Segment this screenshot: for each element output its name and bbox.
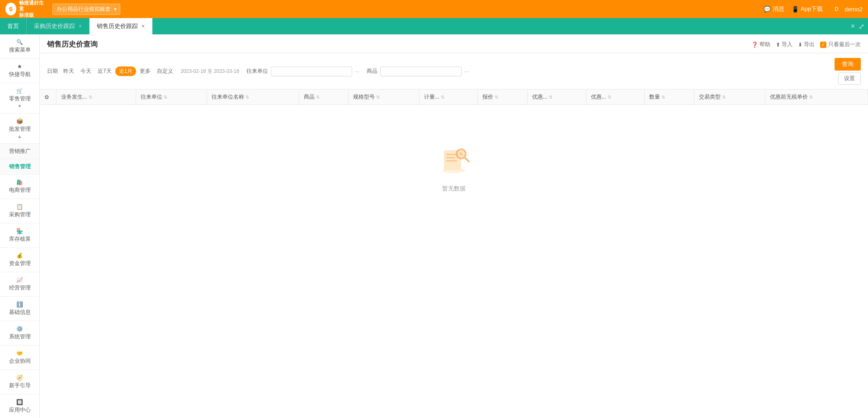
sort-price: ⇅ (495, 95, 498, 100)
sidebar-item-marketing[interactable]: 营销推广 (0, 144, 39, 159)
export-btn[interactable]: ⬇ 导出 (798, 41, 815, 48)
sidebar-item-shortcut[interactable]: ★ 快捷导航 (0, 59, 39, 83)
date-yesterday[interactable]: 昨天 (61, 66, 77, 76)
sort-trade-type: ⇅ (722, 95, 726, 100)
guide-icon: 🧭 (16, 375, 23, 381)
date-custom[interactable]: 自定义 (154, 66, 176, 76)
tab-sales-close[interactable]: × (142, 23, 145, 29)
date-filter-group: 日期 昨天 今天 近7天 近1月 更多 自定义 2023-02-18 至 202… (47, 66, 239, 76)
system-icon: ⚙️ (16, 326, 23, 332)
tab-home-label: 首页 (7, 22, 19, 30)
sidebar-item-ecom[interactable]: 🛍️ 电商管理 (0, 175, 39, 199)
page-content: 销售历史价查询 ❓ 帮助 ⬆ 导入 ⬇ 导出 ✓ (40, 34, 868, 418)
user-menu[interactable]: D demo2 (830, 3, 863, 15)
tabbar: 首页 采购历史价跟踪 × 销售历史价跟踪 × × ⤢ (0, 18, 868, 34)
sidebar-item-search[interactable]: 🔍 搜索菜单 (0, 34, 39, 59)
goods-label: 商品 (367, 67, 377, 75)
party-label: 往来单位 (246, 67, 268, 75)
table-container[interactable]: ⚙ 业务发生... ⇅ 往来单位 (40, 90, 868, 418)
operation-icon: 📈 (16, 277, 23, 283)
sidebar: 🔍 搜索菜单 ★ 快捷导航 🛒 零售管理 ▼ 📦 批发管理 ▲ 营销推广 销售管… (0, 34, 40, 418)
shortcut-icon: ★ (17, 63, 22, 70)
ecom-icon: 🛍️ (16, 179, 23, 185)
col-party-code[interactable]: 往来单位 ⇅ (136, 90, 207, 105)
table-settings-icon[interactable]: ⚙ (44, 94, 49, 100)
date-last7[interactable]: 近7天 (95, 66, 114, 76)
goods-dots[interactable]: ··· (464, 68, 469, 75)
sidebar-item-operation[interactable]: 📈 经营管理 (0, 272, 39, 297)
sidebar-item-wholesale[interactable]: 📦 批发管理 ▲ (0, 114, 39, 144)
sort-goods: ⇅ (316, 95, 320, 100)
goods-filter-group: 商品 ··· (367, 66, 469, 76)
page-header-actions: ❓ 帮助 ⬆ 导入 ⬇ 导出 ✓ 只看最后一次 (751, 41, 861, 48)
page-header: 销售历史价查询 ❓ 帮助 ⬆ 导入 ⬇ 导出 ✓ (40, 34, 868, 53)
sidebar-item-inventory[interactable]: 🏪 库存核算 (0, 223, 39, 248)
col-goods[interactable]: 商品 ⇅ (299, 90, 349, 105)
app-icon: 📱 (792, 6, 799, 13)
tabbar-actions: × ⤢ (851, 22, 868, 31)
sidebar-item-system[interactable]: ⚙️ 系统管理 (0, 321, 39, 346)
col-no-tax-price[interactable]: 优惠前无税单价 ⇅ (765, 90, 868, 105)
col-price[interactable]: 报价 ⇅ (478, 90, 528, 105)
svg-line-6 (465, 158, 469, 162)
sidebar-item-retail[interactable]: 🛒 零售管理 ▼ (0, 83, 39, 114)
close-all-btn[interactable]: × (851, 22, 855, 30)
retail-arrow: ▼ (18, 104, 22, 109)
logo: 6 畅捷通好生意 标准版 (5, 0, 45, 18)
retail-icon: 🛒 (16, 88, 23, 94)
only-last-checkbox[interactable]: ✓ 只看最后一次 (820, 41, 861, 48)
wholesale-icon: 📦 (16, 118, 23, 124)
col-trade-type[interactable]: 交易类型 ⇅ (694, 90, 765, 105)
help-btn[interactable]: ❓ 帮助 (751, 41, 770, 48)
logo-text: 畅捷通好生意 标准版 (19, 0, 45, 18)
sidebar-item-finance[interactable]: 💰 资金管理 (0, 248, 39, 272)
sidebar-item-sales-mgmt[interactable]: 销售管理 (0, 159, 39, 175)
avatar: D (830, 3, 843, 15)
date-more[interactable]: 更多 (137, 66, 153, 76)
sidebar-item-appstore[interactable]: 🔲 应用中心 (0, 394, 39, 418)
tab-purchase-label: 采购历史价跟踪 (34, 22, 75, 30)
col-spec[interactable]: 规格型号 ⇅ (349, 90, 420, 105)
query-button[interactable]: 查询 (835, 58, 861, 71)
tab-purchase-close[interactable]: × (79, 23, 82, 29)
col-discount2[interactable]: 优惠... ⇅ (586, 90, 644, 105)
tab-purchase[interactable]: 采购历史价跟踪 × (27, 18, 90, 34)
date-today[interactable]: 今天 (78, 66, 94, 76)
tab-sales[interactable]: 销售历史价跟踪 × (90, 18, 152, 34)
search-icon: 🔍 (16, 39, 23, 45)
topbar-right: 💬 消息 📱 App下载 D demo2 (764, 3, 863, 15)
col-qty[interactable]: 数量 ⇅ (645, 90, 694, 105)
sidebar-item-guide[interactable]: 🧭 新手引导 (0, 370, 39, 394)
sidebar-item-enterprise[interactable]: 🤝 企业协同 (0, 346, 39, 370)
date-range-text: 2023-02-18 至 2023-03-18 (180, 68, 239, 75)
basic-icon: ℹ️ (16, 301, 23, 308)
col-biz-date[interactable]: 业务发生... ⇅ (56, 90, 136, 105)
date-label: 日期 (47, 67, 58, 75)
filter-right: 查询 设置 (835, 58, 861, 85)
date-last1m[interactable]: 近1月 (115, 66, 137, 76)
settings-button[interactable]: 设置 (838, 72, 861, 85)
col-settings[interactable]: ⚙ (40, 90, 56, 105)
app-download-btn[interactable]: 📱 App下载 (792, 5, 823, 13)
party-dots[interactable]: ··· (355, 68, 359, 75)
tab-sales-label: 销售历史价跟踪 (97, 22, 138, 30)
party-input[interactable] (271, 66, 352, 76)
sidebar-item-basic[interactable]: ℹ️ 基础信息 (0, 297, 39, 321)
logo-icon: 6 (5, 3, 16, 15)
col-party-name[interactable]: 往来单位名称 ⇅ (207, 90, 299, 105)
sidebar-item-purchase[interactable]: 📋 采购管理 (0, 199, 39, 223)
goods-input[interactable] (380, 66, 462, 76)
fullscreen-btn[interactable]: ⤢ (859, 22, 864, 31)
col-unit[interactable]: 计量... ⇅ (420, 90, 478, 105)
col-discount1[interactable]: 优惠... ⇅ (528, 90, 586, 105)
company-dropdown[interactable]: 办公用品行业模拟账套 ▼ (52, 4, 120, 15)
inventory-icon: 🏪 (16, 228, 23, 234)
help-icon: ❓ (751, 42, 758, 48)
sort-spec: ⇅ (376, 95, 380, 100)
tab-home[interactable]: 首页 (0, 18, 27, 34)
import-btn[interactable]: ⬆ 导入 (776, 41, 793, 48)
svg-point-8 (459, 152, 463, 156)
message-btn[interactable]: 💬 消息 (764, 5, 784, 13)
sort-discount1: ⇅ (549, 95, 552, 100)
date-shortcuts: 昨天 今天 近7天 近1月 更多 自定义 (61, 66, 176, 76)
